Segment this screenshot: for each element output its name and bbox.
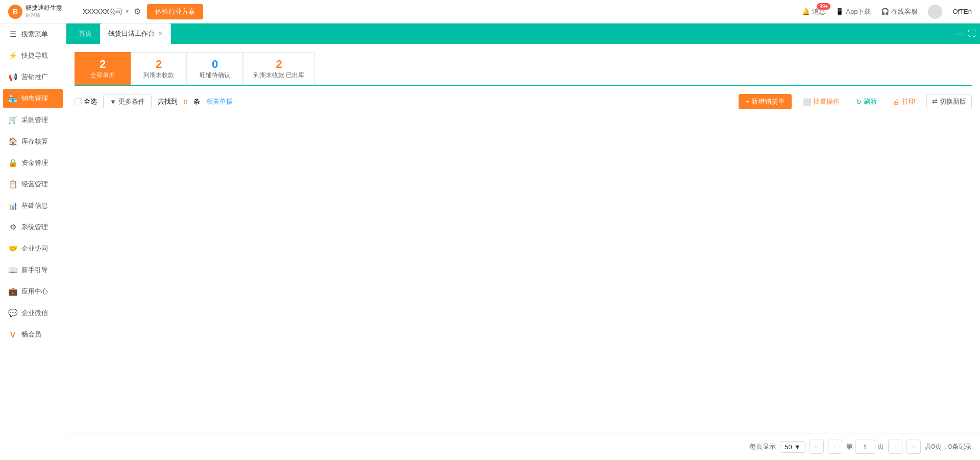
new-sale-button[interactable]: + 新增销货单 [739,94,792,109]
content-area: 2 全部单据 2 到期未收款 0 旺辅待确认 2 到期未收款 已出库 全选 [66,44,980,460]
sidebar-label-purchase: 采购管理 [21,115,48,125]
app-download-label: App下载 [846,7,871,16]
batch-ops-button[interactable]: ⬜ 批量操作 [798,94,845,109]
filter-bar: 全选 ▼ 更多条件 共找到 0 条 相关单据 + 新增销货单 ⬜ 批量操作 ↻ … [75,94,972,109]
sidebar-item-operations[interactable]: 📋 经营管理 [0,174,66,195]
summary-tabs: 2 全部单据 2 到期未收款 0 旺辅待确认 2 到期未收款 已出库 [75,52,972,86]
online-service-button[interactable]: 🎧 在线客服 [881,7,918,16]
batch-ops-label: 批量操作 [813,97,840,106]
more-filters-button[interactable]: ▼ 更多条件 [103,94,152,109]
related-orders-link[interactable]: 相关单据 [206,97,233,106]
sidebar-label-enterprise: 企业协同 [21,244,48,253]
sidebar-item-guide[interactable]: 📖 新手引导 [0,259,66,281]
tab-maximize-icon[interactable]: ⛶ [968,29,976,38]
sidebar-menu: ☰ 搜索菜单 ⚡ 快捷导航 📢 营销推广 🏪 销售管理 🛒 采购管理 🏠 库存核… [0,23,66,345]
top-header: B 畅捷通好生意 标准版 XXXXXX公司 ▼ ⚙ 体验行业方案 🔔 消息 99… [0,0,980,23]
tab-home-label: 首页 [79,29,92,38]
sidebar-item-inventory[interactable]: 🏠 库存核算 [0,131,66,152]
per-page-label: 每页显示 [749,442,776,451]
first-page-button[interactable]: « [810,440,824,454]
page-word-post: 页 [877,442,884,451]
sidebar-item-app-center[interactable]: 💼 应用中心 [0,281,66,302]
tab-close-icon[interactable]: ✕ [158,30,163,37]
sidebar-item-member[interactable]: V 畅会员 [0,324,66,345]
sidebar-item-quick-nav[interactable]: ⚡ 快捷导航 [0,45,66,66]
online-service-label: 在线客服 [891,7,918,16]
messages-button[interactable]: 🔔 消息 99+ [802,7,825,16]
sidebar-label-sales: 销售管理 [21,94,48,103]
page-total: 共0页，0条记录 [925,442,972,451]
bell-icon: 🔔 [802,8,810,15]
company-selector[interactable]: XXXXXX公司 ▼ [83,7,130,16]
sidebar-label-wechat: 企业微信 [21,308,48,318]
refresh-button[interactable]: ↻ 刷新 [851,94,882,109]
last-page-button[interactable]: » [906,440,921,454]
pending-label: 旺辅待确认 [200,71,230,79]
next-page-button[interactable]: › [888,440,902,454]
per-page-select[interactable]: 50 ▼ [780,441,805,453]
search-menu-icon: ☰ [8,30,17,39]
summary-tab-overdue[interactable]: 2 到期未收款 [131,52,187,85]
empty-table-area [75,117,972,322]
chevron-down-icon: ▼ [125,9,130,14]
avatar[interactable] [928,5,942,19]
print-label: 打印 [902,97,915,106]
page-number-input[interactable] [855,440,875,454]
sidebar-item-search[interactable]: ☰ 搜索菜单 [0,23,66,45]
trial-button[interactable]: 体验行业方案 [147,4,203,19]
sidebar-label-marketing: 营销推广 [21,72,48,82]
page-word-pre: 第 [846,442,853,451]
pagination-bar: 每页显示 50 ▼ « ‹ 第 页 › » 共0页，0条记录 [66,433,980,460]
system-icon: ⚙ [8,223,17,232]
sidebar-item-basic-info[interactable]: 📊 基础信息 [0,195,66,216]
company-name: XXXXXX公司 [83,7,122,16]
overdue-count: 2 [141,58,176,71]
page-input-wrap: 第 页 [846,440,884,454]
tab-minimize-icon[interactable]: — [955,29,964,38]
settings-icon[interactable]: ⚙ [134,7,141,16]
logo-area: B 畅捷通好生意 标准版 [8,4,75,19]
purchase-icon: 🛒 [8,115,17,125]
sidebar-label-basic-info: 基础信息 [21,201,48,210]
tab-home[interactable]: 首页 [70,23,100,44]
sidebar-label-operations: 经营管理 [21,180,48,189]
filter-btn-label: 更多条件 [118,97,145,106]
logo-icon: B [8,5,22,19]
found-prefix: 共找到 [158,97,178,106]
per-page-value: 50 [785,443,792,451]
sidebar-label-app-center: 应用中心 [21,287,48,296]
sidebar-item-sales[interactable]: 🏪 销售管理 [3,89,63,108]
download-icon: 📱 [836,8,844,15]
summary-tab-pending[interactable]: 0 旺辅待确认 [187,52,243,85]
print-icon: 🖨 [893,98,900,106]
member-icon: V [8,330,17,339]
overdue-label: 到期未收款 [143,71,174,79]
sidebar-label-inventory: 库存核算 [21,137,48,146]
summary-tab-shipped[interactable]: 2 到期未收款 已出库 [243,52,315,85]
summary-tab-all[interactable]: 2 全部单据 [75,52,131,85]
tab-bar-right: — ⛶ [955,29,976,38]
select-all-checkbox[interactable]: 全选 [75,97,97,106]
print-button[interactable]: 🖨 打印 [888,94,920,109]
sidebar-item-enterprise[interactable]: 🤝 企业协同 [0,238,66,259]
user-name: OfTEn [952,8,972,15]
prev-page-button[interactable]: ‹ [828,440,842,454]
tab-workbench[interactable]: 钱货日清工作台 ✕ [100,23,171,44]
sidebar-item-purchase[interactable]: 🛒 采购管理 [0,109,66,131]
switch-label: 切换新版 [940,98,966,105]
sidebar-label-finance: 资金管理 [21,158,48,167]
sidebar-item-wechat[interactable]: 💬 企业微信 [0,302,66,324]
batch-ops-icon: ⬜ [803,98,811,106]
checkbox-box[interactable] [75,98,82,105]
sidebar-item-marketing[interactable]: 📢 营销推广 [0,66,66,88]
inventory-icon: 🏠 [8,137,17,146]
app-download-button[interactable]: 📱 App下载 [836,7,871,16]
sidebar-item-finance[interactable]: 🔒 资金管理 [0,152,66,174]
sidebar-item-system[interactable]: ⚙ 系统管理 [0,216,66,238]
finance-icon: 🔒 [8,158,17,167]
switch-version-button[interactable]: ⇄ 切换新版 [926,94,972,109]
found-unit: 条 [193,97,200,106]
app-name: 畅捷通好生意 [26,4,62,12]
refresh-icon: ↻ [856,98,862,106]
guide-icon: 📖 [8,265,17,275]
